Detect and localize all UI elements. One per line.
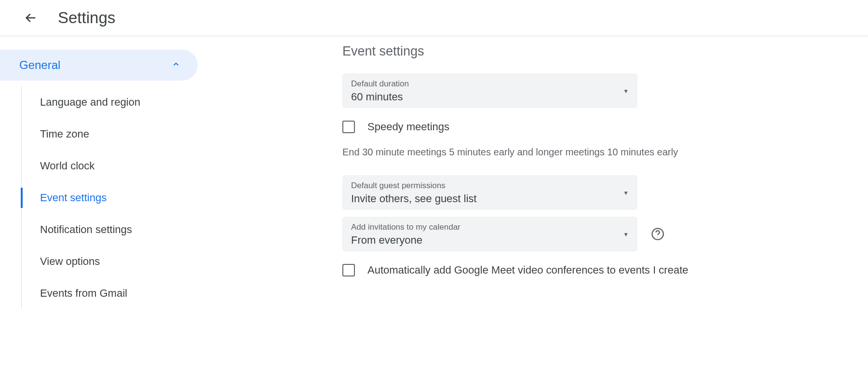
caret-down-icon: ▼ bbox=[623, 231, 629, 238]
auto-meet-checkbox[interactable]: Automatically add Google Meet video conf… bbox=[342, 264, 868, 276]
checkbox-label: Speedy meetings bbox=[367, 121, 449, 133]
add-invitations-row: Add invitations to my calendar From ever… bbox=[342, 217, 868, 251]
sidebar-item-event-settings[interactable]: Event settings bbox=[22, 182, 203, 214]
checkbox-icon bbox=[342, 264, 355, 276]
select-value: From everyone bbox=[351, 234, 461, 247]
sidebar: General Language and region Time zone Wo… bbox=[0, 36, 203, 309]
sidebar-item-view-options[interactable]: View options bbox=[22, 246, 203, 277]
sidebar-section-general[interactable]: General bbox=[0, 50, 198, 81]
select-label: Default duration bbox=[351, 79, 409, 89]
select-value: Invite others, see guest list bbox=[351, 193, 476, 205]
page-title: Settings bbox=[58, 9, 115, 27]
caret-down-icon: ▼ bbox=[623, 190, 629, 196]
sidebar-item-label: World clock bbox=[40, 160, 95, 172]
select-label: Default guest permissions bbox=[351, 181, 476, 191]
speedy-meetings-hint: End 30 minute meetings 5 minutes early a… bbox=[342, 147, 868, 158]
sidebar-item-label: Event settings bbox=[40, 192, 107, 204]
select-label: Add invitations to my calendar bbox=[351, 222, 461, 232]
select-value: 60 minutes bbox=[351, 91, 409, 103]
caret-down-icon: ▼ bbox=[623, 88, 629, 95]
checkbox-icon bbox=[342, 121, 355, 133]
main-panel: Event settings Default duration 60 minut… bbox=[203, 36, 868, 309]
header: Settings bbox=[0, 0, 868, 36]
svg-point-2 bbox=[657, 237, 658, 237]
sidebar-item-label: Events from Gmail bbox=[40, 287, 127, 299]
sidebar-item-label: View options bbox=[40, 255, 100, 267]
sidebar-item-language-and-region[interactable]: Language and region bbox=[22, 86, 203, 118]
sidebar-item-label: Time zone bbox=[40, 128, 89, 140]
help-icon[interactable] bbox=[651, 227, 665, 241]
checkbox-label: Automatically add Google Meet video conf… bbox=[367, 264, 688, 276]
sidebar-item-label: Language and region bbox=[40, 96, 140, 108]
sidebar-item-world-clock[interactable]: World clock bbox=[22, 150, 203, 182]
sidebar-section-label: General bbox=[19, 58, 60, 72]
guest-permissions-select[interactable]: Default guest permissions Invite others,… bbox=[342, 175, 637, 210]
add-invitations-select[interactable]: Add invitations to my calendar From ever… bbox=[342, 217, 637, 251]
sidebar-item-label: Notification settings bbox=[40, 223, 132, 235]
speedy-meetings-checkbox[interactable]: Speedy meetings bbox=[342, 121, 868, 133]
sidebar-sublist: Language and region Time zone World cloc… bbox=[21, 86, 203, 309]
sidebar-item-notification-settings[interactable]: Notification settings bbox=[22, 214, 203, 246]
content: General Language and region Time zone Wo… bbox=[0, 36, 868, 309]
sidebar-item-time-zone[interactable]: Time zone bbox=[22, 118, 203, 150]
section-title: Event settings bbox=[342, 44, 868, 59]
sidebar-item-events-from-gmail[interactable]: Events from Gmail bbox=[22, 277, 203, 309]
back-arrow-icon[interactable] bbox=[24, 11, 38, 25]
chevron-up-icon bbox=[172, 60, 180, 70]
default-duration-select[interactable]: Default duration 60 minutes ▼ bbox=[342, 73, 637, 108]
